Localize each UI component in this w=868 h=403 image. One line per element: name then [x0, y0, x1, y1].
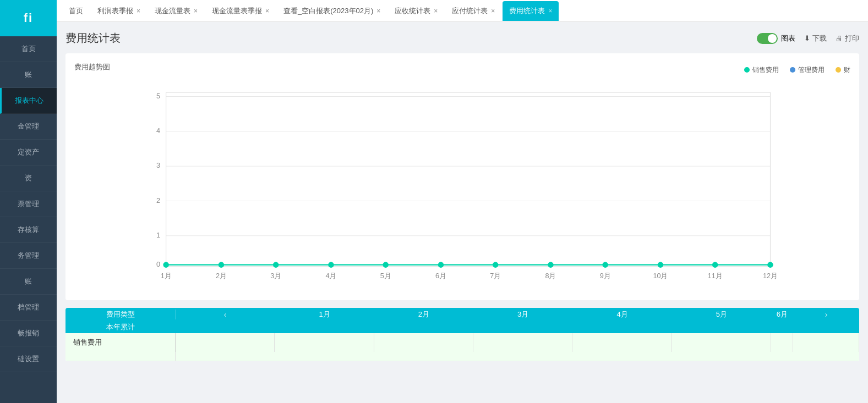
- chart-legend: 销售费用 管理费用 财: [744, 65, 850, 75]
- tab-cashflow-label: 现金流量表: [155, 6, 190, 16]
- svg-text:5月: 5月: [380, 272, 391, 280]
- sidebar-item-home[interactable]: 首页: [0, 36, 57, 62]
- svg-text:5: 5: [156, 92, 160, 100]
- svg-point-18: [438, 262, 444, 268]
- tab-cashflow-quarter[interactable]: 现金流量表季报 ×: [205, 1, 276, 21]
- table-row: 销售费用: [65, 333, 859, 361]
- tab-payable-label: 应付统计表: [452, 6, 488, 16]
- tab-profit-quarter-label: 利润表季报: [97, 6, 133, 16]
- sidebar-item-loans[interactable]: 资: [0, 165, 57, 191]
- svg-point-13: [163, 262, 169, 268]
- sidebar-item-settings[interactable]: 础设置: [0, 346, 57, 372]
- tab-blank-report[interactable]: 查看_空白报表(2023年02月) ×: [277, 1, 387, 21]
- tab-cashflow-quarter-label: 现金流量表季报: [212, 6, 262, 16]
- th-type: 费用类型: [65, 310, 176, 319]
- tab-cashflow-quarter-close[interactable]: ×: [265, 7, 269, 15]
- svg-text:0: 0: [156, 261, 160, 268]
- sidebar-item-inventory[interactable]: 存核算: [0, 217, 57, 243]
- legend-sales-label: 销售费用: [752, 65, 779, 75]
- svg-text:1: 1: [156, 231, 160, 239]
- td-m3: [473, 333, 572, 352]
- tab-home-label: 首页: [69, 6, 83, 16]
- sidebar-item-fixed-assets[interactable]: 定资产: [0, 140, 57, 165]
- svg-point-14: [219, 262, 225, 268]
- tab-home[interactable]: 首页: [62, 1, 90, 21]
- legend-finance: 财: [836, 65, 850, 75]
- svg-text:7月: 7月: [490, 272, 501, 280]
- td-m5: [672, 333, 771, 352]
- svg-text:4月: 4月: [325, 272, 336, 280]
- sidebar-item-accounts[interactable]: 账: [0, 269, 57, 295]
- td-empty-nav: [176, 333, 275, 352]
- legend-finance-label: 财: [844, 65, 850, 75]
- tab-expense[interactable]: 费用统计表 ×: [503, 1, 559, 21]
- th-nav-prev[interactable]: ‹: [176, 310, 275, 319]
- sidebar-item-report-center[interactable]: 报表中心: [0, 88, 57, 114]
- download-button[interactable]: ⬇ 下载: [804, 34, 827, 43]
- th-m3: 3月: [473, 310, 572, 319]
- sidebar-item-writeoff[interactable]: 畅报销: [0, 321, 57, 346]
- legend-admin-dot: [790, 67, 795, 73]
- svg-text:8月: 8月: [545, 272, 556, 280]
- svg-point-15: [273, 262, 279, 268]
- td-m2: [374, 333, 473, 352]
- main-area: 首页 利润表季报 × 现金流量表 × 现金流量表季报 × 查看_空白报表(202…: [57, 0, 868, 403]
- tab-profit-quarter[interactable]: 利润表季报 ×: [91, 1, 147, 21]
- td-m6: [771, 333, 793, 352]
- th-m4: 4月: [572, 310, 672, 319]
- print-button[interactable]: 🖨 打印: [836, 34, 859, 43]
- td-ytd: [65, 352, 176, 361]
- th-ytd: 本年累计: [65, 322, 176, 332]
- table-next-arrow[interactable]: ›: [825, 310, 828, 319]
- chart-toggle[interactable]: [757, 33, 778, 44]
- sidebar: fi 首页 账 报表中心 金管理 定资产 资 票管理 存核算 务管理 账 档管理…: [0, 0, 57, 403]
- tab-profit-quarter-close[interactable]: ×: [137, 7, 140, 15]
- td-empty-nav2: [793, 333, 859, 352]
- tab-payable-close[interactable]: ×: [491, 7, 495, 15]
- svg-text:1月: 1月: [161, 272, 172, 280]
- tab-payable[interactable]: 应付统计表 ×: [445, 1, 501, 21]
- svg-point-24: [767, 262, 773, 268]
- print-label: 打印: [845, 34, 859, 43]
- table-header: 费用类型 ‹ 1月 2月 3月 4月 5月 6月 › 本年累计: [65, 308, 859, 333]
- td-m1: [275, 333, 374, 352]
- sidebar-item-ledger[interactable]: 账: [0, 62, 57, 88]
- chart-header: 费用趋势图 销售费用 管理费用 财: [74, 62, 850, 78]
- expense-table: 费用类型 ‹ 1月 2月 3月 4月 5月 6月 › 本年累计 销售费用: [65, 308, 859, 361]
- td-m4: [572, 333, 672, 352]
- legend-finance-dot: [836, 67, 841, 73]
- chart-toggle-label: 图表: [781, 34, 795, 43]
- tab-bar: 首页 利润表季报 × 现金流量表 × 现金流量表季报 × 查看_空白报表(202…: [57, 0, 868, 22]
- table-prev-arrow[interactable]: ‹: [224, 310, 227, 319]
- svg-rect-12: [166, 92, 771, 267]
- tab-cashflow[interactable]: 现金流量表 ×: [148, 1, 204, 21]
- tab-expense-close[interactable]: ×: [548, 7, 552, 15]
- download-label: 下载: [812, 34, 827, 43]
- svg-text:6月: 6月: [435, 272, 446, 280]
- sidebar-item-cash-management[interactable]: 金管理: [0, 114, 57, 140]
- th-nav-next[interactable]: ›: [793, 310, 859, 319]
- tab-cashflow-close[interactable]: ×: [194, 7, 198, 15]
- svg-text:9月: 9月: [600, 272, 611, 280]
- tab-blank-report-close[interactable]: ×: [376, 7, 380, 15]
- svg-point-19: [493, 262, 499, 268]
- sidebar-item-archive[interactable]: 档管理: [0, 295, 57, 321]
- sidebar-logo: fi: [0, 0, 57, 36]
- trend-chart: 5 4 3 2 1 0: [74, 81, 850, 290]
- legend-sales-dot: [744, 67, 750, 73]
- svg-text:3月: 3月: [270, 272, 281, 280]
- header-actions: 图表 ⬇ 下载 🖨 打印: [757, 33, 859, 44]
- legend-sales: 销售费用: [744, 65, 779, 75]
- download-icon: ⬇: [804, 34, 810, 42]
- svg-text:3: 3: [156, 162, 160, 169]
- svg-text:2月: 2月: [216, 272, 227, 280]
- svg-point-23: [712, 262, 718, 268]
- page-header: 费用统计表 图表 ⬇ 下载 🖨 打印: [65, 31, 859, 46]
- svg-text:11月: 11月: [708, 272, 723, 280]
- legend-admin: 管理费用: [790, 65, 825, 75]
- sidebar-item-invoice[interactable]: 票管理: [0, 191, 57, 217]
- tab-receivable[interactable]: 应收统计表 ×: [388, 1, 444, 21]
- sidebar-item-business[interactable]: 务管理: [0, 243, 57, 269]
- td-type: 销售费用: [65, 333, 176, 352]
- tab-receivable-close[interactable]: ×: [434, 7, 438, 15]
